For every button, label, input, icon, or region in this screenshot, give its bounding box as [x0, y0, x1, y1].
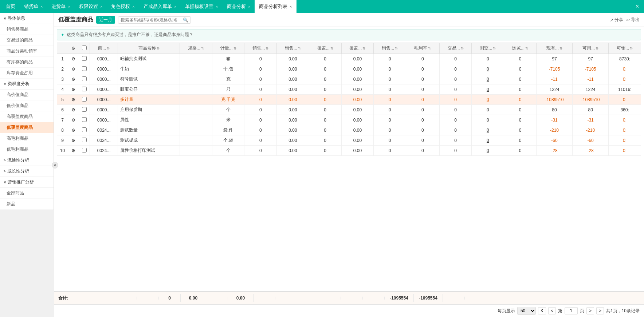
browse1-link[interactable]: 0: [487, 138, 489, 143]
row-browse1[interactable]: 0: [472, 95, 504, 105]
row-settings[interactable]: ⚙: [68, 64, 79, 74]
browse1-link[interactable]: 0: [487, 128, 489, 133]
row-settings[interactable]: ⚙: [68, 115, 79, 125]
nav-item-商品分析[interactable]: 商品分析×: [223, 0, 255, 13]
sidebar-section-成长性分析[interactable]: >成长性分析: [0, 166, 54, 177]
col-header-settings[interactable]: ⚙: [68, 43, 79, 54]
col-header-checkbox[interactable]: [79, 43, 90, 54]
page-number-input[interactable]: [565, 307, 578, 314]
sort-icon[interactable]: ⇅: [461, 46, 464, 50]
sidebar-item-低毛利商品[interactable]: 低毛利商品: [0, 144, 54, 155]
row-settings[interactable]: ⚙: [68, 74, 79, 84]
nav-close-icon[interactable]: ×: [132, 4, 134, 9]
sort-icon[interactable]: ⇅: [428, 46, 431, 50]
row-select-checkbox[interactable]: [82, 76, 87, 81]
sort-icon[interactable]: ⇅: [559, 46, 562, 50]
sort-icon[interactable]: ⇅: [330, 46, 333, 50]
row-browse1[interactable]: 0: [472, 54, 504, 64]
row-checkbox[interactable]: [79, 74, 90, 84]
sidebar-item-低覆盖度商品[interactable]: 低覆盖度商品: [0, 122, 54, 133]
row-settings[interactable]: ⚙: [68, 95, 79, 105]
row-select-checkbox[interactable]: [82, 56, 87, 61]
period-button[interactable]: 近一月: [96, 16, 115, 24]
row-settings[interactable]: ⚙: [68, 135, 79, 146]
row-select-checkbox[interactable]: [82, 127, 87, 132]
row-settings-icon[interactable]: ⚙: [71, 148, 75, 153]
sort-icon[interactable]: ⇅: [362, 46, 365, 50]
row-settings[interactable]: ⚙: [68, 105, 79, 115]
nav-close-icon[interactable]: ×: [100, 4, 102, 9]
sidebar-item-低价值商品[interactable]: 低价值商品: [0, 100, 54, 111]
row-checkbox[interactable]: [79, 125, 90, 135]
sidebar-item-库存资金占用[interactable]: 库存资金占用: [0, 68, 54, 79]
sort-icon[interactable]: ⇅: [298, 46, 301, 50]
browse1-link[interactable]: 0: [487, 56, 489, 62]
browse1-link[interactable]: 0: [487, 67, 489, 72]
row-checkbox[interactable]: [79, 146, 90, 156]
sidebar-item-新品[interactable]: 新品: [0, 199, 54, 210]
prev-page-button[interactable]: <: [548, 307, 556, 314]
browse1-link[interactable]: 0: [487, 148, 489, 153]
sort-icon[interactable]: ⇅: [201, 46, 204, 50]
browse1-link[interactable]: 0: [487, 97, 489, 102]
row-checkbox[interactable]: [79, 105, 90, 115]
sidebar-item-交易过的商品[interactable]: 交易过的商品: [0, 35, 54, 46]
row-select-checkbox[interactable]: [82, 107, 87, 112]
row-settings-icon[interactable]: ⚙: [71, 67, 75, 72]
close-all-tabs-button[interactable]: ×: [632, 3, 643, 10]
sort-icon[interactable]: ⇅: [395, 46, 398, 50]
sort-icon[interactable]: ⇅: [630, 46, 633, 50]
row-settings-icon[interactable]: ⚙: [71, 107, 75, 112]
row-select-checkbox[interactable]: [82, 66, 87, 71]
nav-close-icon[interactable]: ×: [248, 4, 250, 9]
row-browse1[interactable]: 0: [472, 105, 504, 115]
row-settings-icon[interactable]: ⚙: [71, 138, 75, 143]
row-settings-icon[interactable]: ⚙: [71, 97, 75, 102]
select-all-checkbox[interactable]: [82, 45, 87, 50]
export-button[interactable]: ↩ 导出: [626, 17, 640, 23]
row-checkbox[interactable]: [79, 95, 90, 105]
nav-close-icon[interactable]: ×: [40, 4, 43, 9]
nav-close-icon[interactable]: ×: [174, 4, 176, 9]
row-select-checkbox[interactable]: [82, 138, 87, 142]
row-checkbox[interactable]: [79, 84, 90, 95]
sidebar-item-全部商品[interactable]: 全部商品: [0, 188, 54, 199]
nav-item-首页[interactable]: 首页: [1, 0, 20, 13]
row-settings[interactable]: ⚙: [68, 146, 79, 156]
settings-icon[interactable]: ⚙: [71, 46, 75, 51]
nav-close-icon[interactable]: ×: [68, 4, 70, 9]
browse1-link[interactable]: 0: [487, 87, 489, 92]
sidebar-item-销售类商品[interactable]: 销售类商品: [0, 24, 54, 35]
row-select-checkbox[interactable]: [82, 148, 87, 152]
row-checkbox[interactable]: [79, 54, 90, 64]
share-button[interactable]: ↗ 分享: [610, 17, 623, 23]
next-page-button[interactable]: >: [586, 307, 594, 314]
sidebar-section-流通性分析[interactable]: >流通性分析: [0, 155, 54, 166]
row-browse1[interactable]: 0: [472, 125, 504, 135]
last-page-button[interactable]: >: [596, 307, 604, 314]
sidebar-item-高覆盖度商品[interactable]: 高覆盖度商品: [0, 111, 54, 122]
row-browse1[interactable]: 0: [472, 64, 504, 74]
nav-item-权限设置[interactable]: 权限设置×: [75, 0, 107, 13]
nav-item-商品分析列表[interactable]: 商品分析列表×: [255, 0, 296, 13]
sort-icon[interactable]: ⇅: [266, 46, 268, 50]
sidebar-section-营销推广分析[interactable]: ∨营销推广分析: [0, 177, 54, 188]
row-settings[interactable]: ⚙: [68, 84, 79, 95]
sidebar-item-商品分类动销率[interactable]: 商品分类动销率: [0, 46, 54, 57]
row-browse1[interactable]: 0: [472, 146, 504, 156]
row-settings-icon[interactable]: ⚙: [71, 77, 75, 82]
row-settings-icon[interactable]: ⚙: [71, 56, 75, 62]
sort-icon[interactable]: ⇅: [157, 46, 160, 50]
row-checkbox[interactable]: [79, 64, 90, 74]
sort-icon[interactable]: ⇅: [233, 46, 236, 50]
row-browse1[interactable]: 0: [472, 115, 504, 125]
row-settings-icon[interactable]: ⚙: [71, 118, 75, 123]
row-select-checkbox[interactable]: [82, 87, 87, 91]
browse1-link[interactable]: 0: [487, 77, 489, 82]
row-settings-icon[interactable]: ⚙: [71, 87, 75, 92]
row-select-checkbox[interactable]: [82, 117, 87, 122]
nav-item-产成品入库单[interactable]: 产成品入库单×: [139, 0, 181, 13]
row-settings-icon[interactable]: ⚙: [71, 128, 75, 133]
search-input[interactable]: [121, 17, 183, 23]
row-browse1[interactable]: 0: [472, 135, 504, 146]
